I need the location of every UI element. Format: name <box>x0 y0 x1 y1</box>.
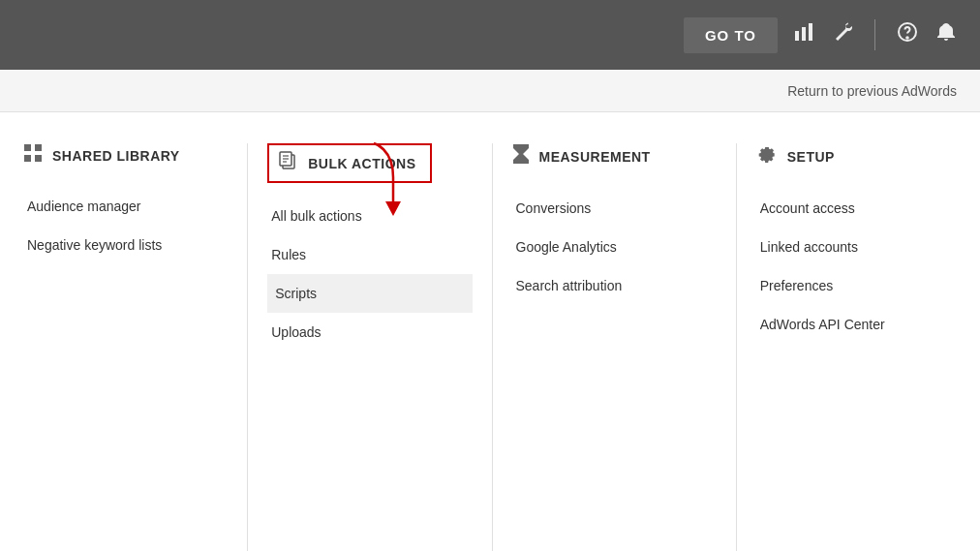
search-attribution-link[interactable]: Search attribution <box>512 266 717 305</box>
shared-library-header: SHARED LIBRARY <box>23 143 228 168</box>
measurement-header: MEASUREMENT <box>512 143 717 169</box>
svg-rect-2 <box>809 23 812 41</box>
uploads-link[interactable]: Uploads <box>267 313 472 352</box>
bar-chart-icon[interactable] <box>793 21 814 48</box>
help-icon[interactable] <box>897 21 918 48</box>
linked-accounts-link[interactable]: Linked accounts <box>756 228 961 266</box>
bulk-actions-header[interactable]: BULK ACTIONS <box>267 143 431 183</box>
svg-rect-8 <box>35 155 42 162</box>
shared-library-title: SHARED LIBRARY <box>52 148 180 164</box>
bulk-actions-column: BULK ACTIONS All bulk actions Rules Scri… <box>248 143 492 551</box>
svg-point-4 <box>906 37 908 39</box>
rules-link[interactable]: Rules <box>267 235 472 274</box>
wrench-icon[interactable] <box>832 21 853 48</box>
account-access-link[interactable]: Account access <box>756 189 961 228</box>
setup-column: SETUP Account access Linked accounts Pre… <box>737 143 980 551</box>
hourglass-icon <box>512 143 530 169</box>
goto-button[interactable]: GO TO <box>684 17 778 53</box>
svg-rect-0 <box>795 31 799 41</box>
shared-library-column: SHARED LIBRARY Audience manager Negative… <box>23 143 248 551</box>
google-analytics-link[interactable]: Google Analytics <box>512 228 717 266</box>
setup-header: SETUP <box>756 143 961 169</box>
audience-manager-link[interactable]: Audience manager <box>23 187 228 226</box>
return-bar: Return to previous AdWords <box>0 70 980 112</box>
topbar-icons <box>793 19 957 50</box>
bulk-copy-icon <box>279 151 298 175</box>
return-link[interactable]: Return to previous AdWords <box>787 83 957 99</box>
bulk-actions-title: BULK ACTIONS <box>308 156 415 171</box>
negative-keyword-lists-link[interactable]: Negative keyword lists <box>23 226 228 264</box>
measurement-column: MEASUREMENT Conversions Google Analytics… <box>493 143 737 551</box>
svg-rect-7 <box>24 155 31 162</box>
svg-rect-1 <box>802 27 806 41</box>
preferences-link[interactable]: Preferences <box>756 266 961 305</box>
arrow-container: All bulk actions Rules Scripts Uploads <box>267 197 472 352</box>
grid-icon <box>23 143 43 168</box>
topbar-divider <box>874 19 875 50</box>
svg-rect-5 <box>24 144 31 151</box>
svg-rect-6 <box>35 144 42 151</box>
conversions-link[interactable]: Conversions <box>512 189 717 228</box>
topbar: GO TO <box>0 0 980 70</box>
gear-icon <box>756 143 778 169</box>
scripts-link[interactable]: Scripts <box>267 274 472 313</box>
main-content: SHARED LIBRARY Audience manager Negative… <box>0 112 980 551</box>
setup-title: SETUP <box>787 149 835 165</box>
bell-icon[interactable] <box>935 21 957 48</box>
measurement-title: MEASUREMENT <box>539 149 651 165</box>
all-bulk-actions-link[interactable]: All bulk actions <box>267 197 472 235</box>
adwords-api-center-link[interactable]: AdWords API Center <box>756 305 961 344</box>
